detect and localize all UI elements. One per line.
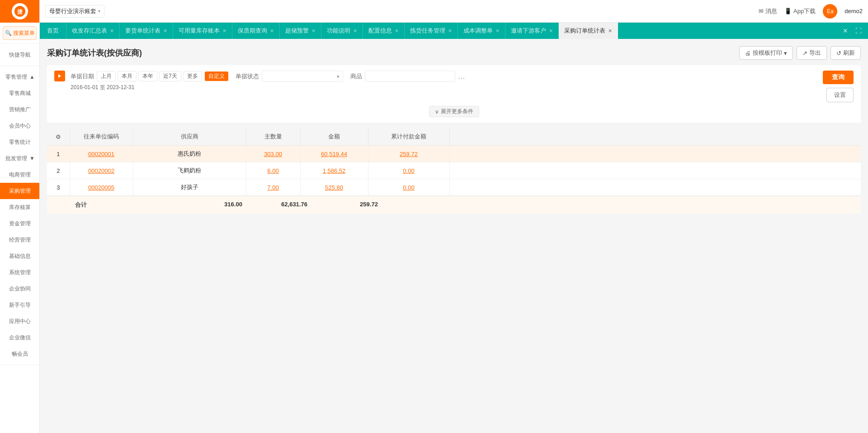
close-all-tabs-button[interactable]: ✕ [840, 26, 851, 35]
cell-qty-2: 6.00 [246, 162, 300, 179]
workspace-selector[interactable]: 母婴行业演示账套 ▾ [45, 5, 104, 18]
link-paid-1[interactable]: 259.72 [400, 151, 418, 157]
sidebar-item-system[interactable]: 系统管理 [0, 264, 39, 281]
status-select-wrapper [262, 71, 343, 82]
tab-overstock-warning[interactable]: 超储预警 ✕ [280, 23, 321, 39]
app-download-label: App下载 [793, 7, 816, 15]
app-download-button[interactable]: 📱 App下载 [784, 7, 816, 15]
link-amount-1[interactable]: 60,519.44 [321, 151, 347, 157]
tab-picking-task[interactable]: 拣货任务管理 ✕ [405, 23, 458, 39]
sidebar-item-app-center[interactable]: 应用中心 [0, 313, 39, 329]
tab-bar-end: ✕ ⛶ [836, 26, 868, 35]
sidebar-item-newbie[interactable]: 新手引导 [0, 297, 39, 313]
link-amount-2[interactable]: 1,586.52 [323, 167, 346, 174]
cell-code-2: 00020002 [70, 162, 133, 179]
sidebar-item-operations[interactable]: 经营管理 [0, 232, 39, 248]
shortcut-this-month[interactable]: 本月 [118, 71, 137, 81]
tab-invite-downstream[interactable]: 邀请下游客户 ✕ [505, 23, 559, 39]
tab-close-invite-downstream[interactable]: ✕ [549, 28, 553, 34]
expand-more-button[interactable]: ∨ 展开更多条件 [429, 106, 479, 117]
export-button[interactable]: ↗ 导出 [797, 46, 827, 60]
table-body: 1 00020001 惠氏奶粉 303.00 60,519.44 259.72 … [47, 146, 861, 196]
goods-more-icon[interactable]: … [458, 72, 465, 81]
shortcut-last-month[interactable]: 上月 [97, 71, 116, 81]
print-button[interactable]: 🖨 按模板打印 ▾ [739, 46, 793, 60]
data-table: ⚙ 往来单位编码 供应商 主数量 金额 累计付款金额 1 00020001 惠氏… [47, 128, 861, 196]
expand-label: 展开更多条件 [441, 108, 473, 115]
shortcut-this-year[interactable]: 本年 [138, 71, 157, 81]
message-button[interactable]: ✉ 消息 [759, 7, 777, 15]
tab-close-expiry-query[interactable]: ✕ [270, 28, 274, 34]
sidebar-item-zero-stat[interactable]: 零售统计 [0, 134, 39, 150]
tab-config-info[interactable]: 配置信息 ✕ [363, 23, 405, 39]
user-avatar[interactable]: Ea [823, 4, 837, 19]
tab-purchase-order-stat[interactable]: 采购订单统计表 ✕ [559, 23, 618, 39]
tab-close-picking-task[interactable]: ✕ [448, 28, 452, 34]
sidebar-item-enterprise-wechat[interactable]: 企业微信 [0, 329, 39, 346]
tab-receive-send[interactable]: 收发存汇总表 ✕ [66, 23, 120, 39]
link-paid-3[interactable]: 0.00 [403, 184, 414, 191]
tab-close-function-desc[interactable]: ✕ [353, 28, 357, 34]
query-button[interactable]: 查询 [823, 71, 854, 84]
link-paid-2[interactable]: 0.00 [403, 167, 414, 174]
link-code-3[interactable]: 00020005 [88, 184, 114, 191]
shortcut-more[interactable]: 更多 [183, 71, 202, 81]
tab-close-receive-send[interactable]: ✕ [110, 28, 114, 34]
tab-close-cost-adjust[interactable]: ✕ [495, 28, 500, 34]
sidebar-item-inventory[interactable]: 库存核算 [0, 199, 39, 215]
search-menu-button[interactable]: 🔍 搜索菜单 [3, 26, 37, 40]
link-code-2[interactable]: 00020002 [88, 167, 114, 174]
goods-input[interactable] [365, 71, 455, 82]
sidebar-item-quick-nav[interactable]: 快捷导航 [0, 47, 39, 63]
tab-close-config-info[interactable]: ✕ [395, 28, 399, 34]
tab-available-stock[interactable]: 可用量库存账本 ✕ [173, 23, 232, 39]
sidebar-item-basic[interactable]: 基础信息 [0, 248, 39, 264]
link-amount-3[interactable]: 525.80 [325, 184, 343, 191]
tab-function-desc[interactable]: 功能说明 ✕ [321, 23, 363, 39]
sidebar-item-purchase[interactable]: 采购管理 [0, 183, 39, 199]
tab-cost-adjust[interactable]: 成本调整单 ✕ [458, 23, 505, 39]
sidebar-label-inventory: 库存核算 [9, 204, 31, 211]
refresh-button[interactable]: ↺ 刷新 [830, 46, 861, 60]
tab-home[interactable]: 首页 [40, 23, 66, 39]
sidebar-item-marketing[interactable]: 营销推广 [0, 101, 39, 118]
tab-purchase-order-stat-label: 采购订单统计表 [564, 27, 605, 35]
tab-receive-send-label: 收发存汇总表 [72, 27, 107, 35]
tab-close-overstock-warning[interactable]: ✕ [311, 28, 316, 34]
sidebar-item-member[interactable]: 会员中心 [0, 118, 39, 134]
link-qty-3[interactable]: 7.00 [267, 184, 278, 191]
sidebar-label-zero-sales: 零售管理 [5, 73, 27, 81]
sidebar-item-ecommerce[interactable]: 电商管理 [0, 167, 39, 183]
shortcut-last-7-days[interactable]: 近7天 [159, 71, 181, 81]
tab-goods-stat[interactable]: 要货单统计表 ✕ [120, 23, 173, 39]
cell-index-3: 3 [47, 179, 70, 196]
maximize-button[interactable]: ⛶ [853, 26, 864, 35]
cell-supplier-2: 飞鹤奶粉 [133, 162, 246, 179]
sidebar-item-finance[interactable]: 资金管理 [0, 215, 39, 232]
cell-extra-3 [449, 179, 861, 196]
sidebar-item-zero-sales[interactable]: 零售管理 ▲ [0, 69, 39, 85]
tab-home-label: 首页 [47, 27, 59, 35]
filter-toggle-button[interactable] [54, 71, 65, 81]
col-settings[interactable]: ⚙ [47, 128, 70, 146]
link-qty-1[interactable]: 303.00 [264, 151, 282, 157]
tab-bar: 首页 收发存汇总表 ✕ 要货单统计表 ✕ 可用量库存账本 ✕ 保质期查询 ✕ 超… [40, 23, 868, 39]
tab-expiry-query[interactable]: 保质期查询 ✕ [232, 23, 280, 39]
col-qty-header: 主数量 [246, 128, 300, 146]
settings-button[interactable]: 设置 [826, 88, 854, 102]
sidebar-item-wholesale[interactable]: 批发管理 ▼ [0, 150, 39, 167]
footer-amount: 62,631.76 [260, 201, 328, 209]
sidebar-item-member2[interactable]: 畅会员 [0, 346, 39, 362]
tab-close-available-stock[interactable]: ✕ [222, 28, 226, 34]
sidebar-item-zero-shop[interactable]: 零售商城 [0, 85, 39, 101]
link-code-1[interactable]: 00020001 [88, 151, 114, 157]
col-extra [449, 128, 861, 146]
date-filter-group: 单据日期 上月 本月 本年 近7天 更多 自定义 [71, 71, 228, 81]
status-select[interactable] [262, 71, 343, 82]
link-qty-2[interactable]: 6.00 [267, 167, 278, 174]
status-filter-group: 单据状态 [236, 71, 343, 82]
sidebar-item-enterprise[interactable]: 企业协同 [0, 281, 39, 297]
quick-nav-label: 快捷导航 [9, 51, 31, 59]
tab-close-purchase-order-stat[interactable]: ✕ [608, 28, 612, 34]
tab-close-goods-stat[interactable]: ✕ [163, 28, 167, 34]
